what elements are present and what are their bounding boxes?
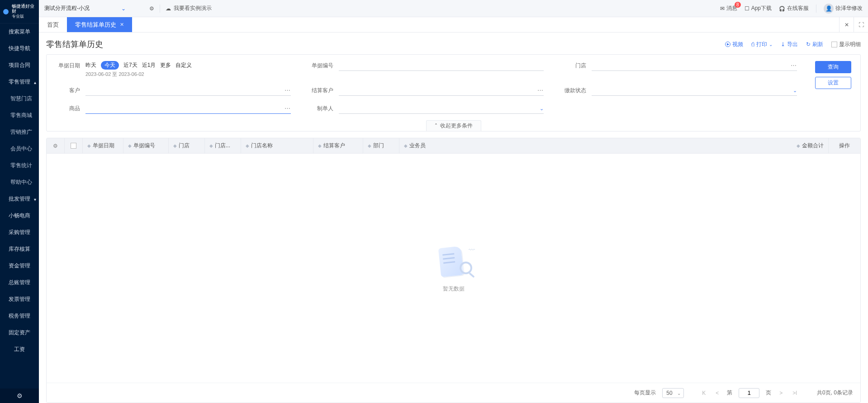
sidebar-item-help-center[interactable]: 帮助中心 [0,174,39,191]
sidebar-item-project-contract[interactable]: 项目合同 [0,57,39,74]
filter-pay-status: 缴款状态 ⌄ [562,86,797,96]
more-icon[interactable]: ⋯ [285,105,291,112]
table-column[interactable]: ◆业务员 [399,138,440,153]
customer-input[interactable] [85,86,291,96]
support-button[interactable]: 在线客服 [779,5,809,12]
creator-select[interactable] [339,104,544,114]
date-option[interactable]: 更多 [160,61,171,69]
more-icon[interactable]: ⋯ [537,87,544,94]
sidebar-item-salary[interactable]: 工资 [0,341,39,358]
col-amount[interactable]: ◆金额合计 [779,138,829,153]
sidebar-item-invoice[interactable]: 发票管理 [0,291,39,308]
more-icon[interactable]: ⋯ [285,87,291,94]
export-icon [781,41,785,47]
app-download-button[interactable]: App下载 [745,5,772,12]
gear-icon [53,143,58,149]
refresh-icon [806,41,811,47]
store-input[interactable] [592,61,797,71]
date-option[interactable]: 今天 [101,61,119,70]
prev-page-button[interactable]: < [714,390,721,396]
video-icon [725,42,730,47]
sidebar-item-ecommerce[interactable]: 小畅电商 [0,207,39,224]
chevron-down-icon[interactable]: ⌄ [540,106,544,112]
user-menu[interactable]: 👤 徐泽华修改 [824,4,863,14]
avatar-icon: 👤 [824,4,834,14]
export-action[interactable]: 导出 [781,41,798,48]
messages-button[interactable]: 消息 8 [720,5,737,12]
sidebar-item-tax[interactable]: 税务管理 [0,308,39,324]
sidebar-item-search-menu[interactable]: 搜索菜单 [0,23,39,40]
table-column[interactable]: ◆门店名称 [241,138,313,153]
product-input[interactable] [85,104,291,114]
table-column[interactable]: ◆结算客户 [313,138,363,153]
demo-link-label: 我要看实例演示 [174,5,212,12]
date-option[interactable]: 昨天 [85,61,96,69]
settings-button[interactable]: 设置 [815,77,851,89]
column-label: 门店... [215,142,230,150]
process-selector[interactable]: 测试分开流程-小况 ⌄ [44,5,144,12]
date-option[interactable]: 近7天 [123,61,138,69]
sidebar-item-smart-store[interactable]: 智慧门店 [0,90,39,107]
sidebar-item-ledger[interactable]: 总账管理 [0,274,39,291]
gear-icon [17,392,23,399]
sort-icon: ◆ [318,144,322,147]
refresh-action[interactable]: 刷新 [806,41,823,48]
separator [160,5,160,13]
select-all-checkbox[interactable] [65,138,83,153]
per-page-select[interactable]: 50⌄ [662,388,684,398]
column-label: 业务员 [409,142,426,150]
video-action[interactable]: 视频 [725,41,743,48]
product-label: 商品 [56,104,85,112]
sidebar-item-wholesale[interactable]: 批发管理▾ [0,191,39,207]
table-column[interactable]: ◆单据编号 [123,138,169,153]
date-option[interactable]: 近1月 [142,61,156,69]
date-label: 单据日期 [56,61,85,70]
demo-link[interactable]: 我要看实例演示 [166,5,212,12]
sidebar-item-funds[interactable]: 资金管理 [0,258,39,274]
print-action[interactable]: 打印⌄ [751,41,773,48]
show-detail-toggle[interactable]: 显示明细 [831,41,861,48]
more-icon[interactable]: ⋯ [791,62,797,69]
tab-retail-settle-history[interactable]: 零售结算单历史✕ [67,17,132,32]
cloud-icon [166,5,171,12]
date-option[interactable]: 自定义 [175,61,192,69]
collapse-filters-button[interactable]: 收起更多条件 [426,120,481,131]
doc-no-input[interactable] [339,61,544,71]
sidebar-item-retail-mgmt[interactable]: 零售管理▴ [0,74,39,90]
chevron-icon: ▾ [34,197,36,202]
sidebar-item-members[interactable]: 会员中心 [0,141,39,157]
process-settings-icon[interactable] [149,5,154,12]
last-page-button[interactable]: >l [791,390,799,396]
sidebar-item-retail-stats[interactable]: 零售统计 [0,157,39,174]
fullscreen-button[interactable]: ⛶ [854,17,868,32]
table-column[interactable]: ◆部门 [363,138,399,153]
sidebar-item-inventory[interactable]: 库存核算 [0,241,39,258]
close-icon[interactable]: ✕ [120,22,124,28]
video-label: 视频 [732,41,743,48]
page-title: 零售结算单历史 [46,39,103,50]
tab-close-button[interactable]: ✕ [839,17,854,32]
sort-icon: ◆ [209,144,213,147]
search-button[interactable]: 查询 [815,61,851,73]
sidebar-item-marketing[interactable]: 营销推广 [0,124,39,141]
sidebar-item-purchase[interactable]: 采购管理 [0,224,39,241]
sidebar-item-retail-mall[interactable]: 零售商城 [0,107,39,124]
tab-home[interactable]: 首页 [39,17,67,32]
brand-name: 畅捷通好业财 [12,4,37,14]
tab-label: 首页 [47,21,59,29]
page-input[interactable] [739,388,759,398]
pagination: 每页显示 50⌄ K < 第 页 > >l 共0页, 0条记录 [47,383,860,403]
pay-status-select[interactable] [592,86,797,96]
settle-customer-input[interactable] [339,86,544,96]
chevron-down-icon[interactable]: ⌄ [793,88,797,94]
table-column[interactable]: ◆门店... [205,138,241,153]
column-settings-button[interactable] [47,138,65,153]
sidebar-item-assets[interactable]: 固定资产 [0,324,39,341]
sidebar-settings[interactable] [0,389,39,403]
table-column[interactable]: ◆门店 [169,138,205,153]
sidebar-item-quick-nav[interactable]: 快捷导航 [0,40,39,57]
next-page-button[interactable]: > [778,390,784,396]
table-column[interactable]: ◆单据日期 [83,138,123,153]
first-page-button[interactable]: K [700,390,707,396]
message-icon [720,5,725,12]
